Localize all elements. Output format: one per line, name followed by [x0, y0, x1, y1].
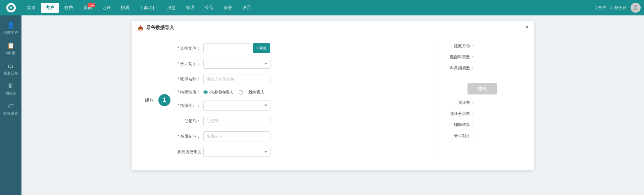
- dialog-title: 导爷数据导入: [146, 25, 174, 31]
- ledger-name-input[interactable]: [203, 74, 270, 84]
- dialog-header: 📤 导爷数据导入 ×: [132, 21, 534, 35]
- accounting-system-select[interactable]: [203, 59, 270, 69]
- nav-home[interactable]: 首页: [22, 3, 40, 13]
- accountant-row: * 指派会计：: [177, 101, 420, 111]
- nav-invoices[interactable]: 票据 new: [79, 3, 97, 13]
- tax-type-row: * 纳税性质： 小规模纳税人 一般纳税人: [177, 89, 420, 95]
- step-label: 建账: [145, 97, 154, 103]
- sidebar-item-account-migration[interactable]: 🗂 账套迁移: [1, 60, 20, 78]
- subjects-initial-label: 科目期初数：: [444, 65, 474, 71]
- voucher-entries-row: 凭证分录数：: [444, 111, 521, 117]
- accounting-system-row: * 会计制度：: [177, 59, 420, 69]
- nav-fees[interactable]: 收费: [60, 3, 78, 13]
- subjects-initial-row: 科目期初数：: [444, 65, 521, 71]
- accountant-label: * 指派会计：: [177, 103, 201, 109]
- member-button[interactable]: ▷ 畅会员: [610, 5, 627, 11]
- nav-business[interactable]: 工商项目: [135, 3, 162, 13]
- company-row: * 所属企业：: [177, 131, 420, 141]
- dialog-accounting-system-row: 会计制度：: [444, 133, 521, 139]
- dialog-body: 建账 1 * 选择文件： +浏览 * 会计制度：: [132, 35, 534, 170]
- match-subjects-row: 匹配科目数：: [444, 54, 521, 60]
- recycle-icon: 🗑: [8, 82, 14, 89]
- voucher-entries-label: 凭证分录数：: [444, 111, 474, 117]
- history-year-row: 参照历史年度：: [177, 147, 420, 157]
- step-row: 建账 1: [145, 43, 170, 157]
- form-fields: * 选择文件： +浏览 * 会计制度：: [177, 43, 420, 157]
- ledger-name-row: * 账簿名称：: [177, 74, 420, 84]
- browse-button[interactable]: +浏览: [253, 43, 270, 53]
- logo[interactable]: [3, 0, 19, 15]
- history-year-select[interactable]: [203, 147, 270, 157]
- tax-type-radio-group: 小规模纳税人 一般纳税人: [203, 89, 264, 95]
- general-taxpayer-option[interactable]: 一般纳税人: [239, 89, 264, 95]
- sidebar-item-all-clients[interactable]: 👤 全部客户: [1, 19, 20, 38]
- voucher-count-label: 凭证数：: [444, 100, 474, 106]
- voucher-count-row: 凭证数：: [444, 100, 521, 106]
- nav-messages[interactable]: 消息: [162, 3, 181, 13]
- nav-management[interactable]: 管理: [181, 3, 199, 13]
- match-subjects-label: 匹配科目数：: [444, 54, 474, 60]
- nav-services[interactable]: 服务: [219, 3, 237, 13]
- migration-icon: 🗂: [8, 62, 14, 69]
- build-month-row: 建账月份：: [444, 43, 521, 49]
- small-taxpayer-radio[interactable]: [203, 90, 208, 94]
- memo-code-label: 助记码：: [177, 118, 201, 124]
- nav-tax[interactable]: 报税: [116, 3, 134, 13]
- play-icon: ▷: [610, 5, 613, 10]
- small-taxpayer-option[interactable]: 小规模纳税人: [203, 89, 233, 95]
- fullscreen-button[interactable]: ⛶ 全屏: [593, 5, 606, 11]
- top-navigation: 首页 客户 收费 票据 new 记账 报税 工商项目 消息 管理 经营 服务 设…: [0, 0, 644, 15]
- nav-operations[interactable]: 经营: [200, 3, 218, 13]
- general-taxpayer-radio[interactable]: [239, 90, 243, 94]
- form-section: 建账 1 * 选择文件： +浏览 * 会计制度：: [145, 43, 420, 157]
- sidebar-item-zero-declaration[interactable]: 📋 0申报: [1, 39, 20, 58]
- tax-type-label: * 纳税性质：: [177, 89, 201, 95]
- nav-bookkeeping[interactable]: 记账: [97, 3, 115, 13]
- company-label: * 所属企业：: [177, 134, 201, 139]
- nav-clients[interactable]: 客户: [41, 3, 59, 13]
- info-section: 建账月份： 匹配科目数： 科目期初数： 建账 凭证数：: [434, 43, 521, 157]
- main-content: 📤 导爷数据导入 × 建账 1 * 选择文件：: [21, 15, 644, 195]
- avatar[interactable]: [631, 3, 641, 13]
- declaration-icon: 📋: [7, 42, 14, 49]
- fullscreen-icon: ⛶: [593, 5, 597, 10]
- step-number: 1: [158, 94, 170, 106]
- ledger-name-label: * 账簿名称：: [177, 76, 201, 82]
- file-input[interactable]: [203, 43, 250, 53]
- sidebar-item-recycle-bin[interactable]: 🗑 回收站: [1, 80, 20, 99]
- file-row: * 选择文件： +浏览: [177, 43, 420, 53]
- all-clients-icon: 👤: [7, 21, 14, 29]
- main-layout: 👤 全部客户 📋 0申报 🗂 账套迁移 🗑 回收站 🏷 标签设置 📤 导爷数据导…: [0, 15, 644, 195]
- accountant-select[interactable]: [203, 101, 270, 111]
- side-navigation: 👤 全部客户 📋 0申报 🗂 账套迁移 🗑 回收站 🏷 标签设置: [0, 15, 21, 195]
- company-input[interactable]: [203, 131, 270, 141]
- svg-point-0: [11, 6, 12, 7]
- dialog-accounting-system-label: 会计制度：: [444, 133, 474, 139]
- import-dialog: 📤 导爷数据导入 × 建账 1 * 选择文件：: [132, 21, 534, 170]
- accounting-system-label: * 会计制度：: [177, 61, 201, 67]
- dialog-close-button[interactable]: ×: [525, 24, 529, 30]
- import-icon: 📤: [138, 25, 143, 30]
- new-badge: new: [88, 3, 95, 7]
- file-label: * 选择文件：: [177, 46, 201, 51]
- svg-point-1: [634, 5, 637, 8]
- memo-code-row: 助记码：: [177, 116, 420, 126]
- history-year-label: 参照历史年度：: [177, 149, 201, 155]
- aux-accounting-row: 辅助核算：: [444, 122, 521, 128]
- sidebar-item-tag-settings[interactable]: 🏷 标签设置: [1, 100, 20, 119]
- nav-settings[interactable]: 设置: [238, 3, 256, 13]
- aux-accounting-label: 辅助核算：: [444, 122, 474, 128]
- nav-right-section: ⛶ 全屏 ▷ 畅会员: [593, 3, 641, 13]
- memo-code-input[interactable]: [203, 116, 270, 126]
- nav-items: 首页 客户 收费 票据 new 记账 报税 工商项目 消息 管理 经营 服务 设…: [22, 3, 593, 13]
- build-account-button[interactable]: 建账: [467, 83, 497, 94]
- build-month-label: 建账月份：: [444, 43, 474, 49]
- tag-icon: 🏷: [8, 103, 14, 110]
